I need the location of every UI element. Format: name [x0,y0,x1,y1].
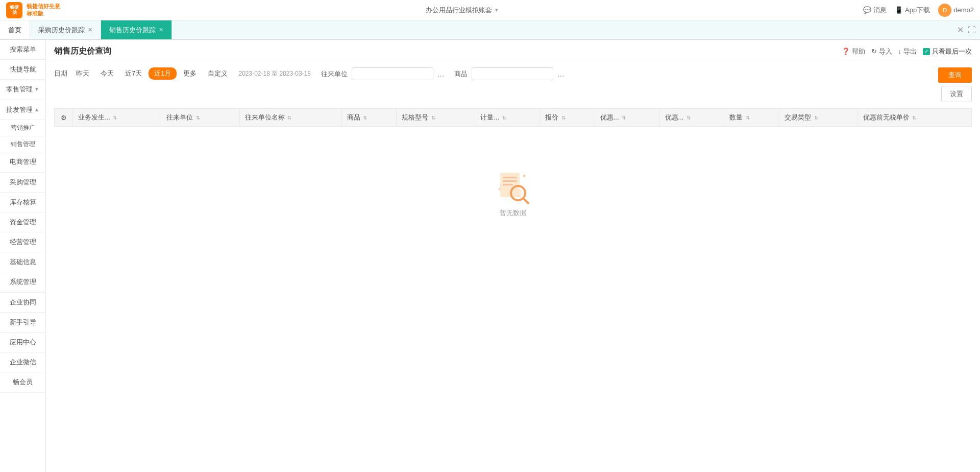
svg-text:✦: ✦ [522,173,526,179]
sidebar-item-system-mgmt[interactable]: 系统管理 [0,272,45,292]
col-trade-type-sort-icon: ⇅ [814,115,818,121]
tab-purchase-history-close[interactable]: ✕ [88,27,92,33]
col-price[interactable]: 报价 ⇅ [540,109,595,127]
tab-home[interactable]: 首页 [0,20,30,39]
filter-bar: 日期 昨天 今天 近7天 近1月 更多 自定义 2023-02-18 至 202… [46,61,980,108]
sidebar-item-enterprise-coop[interactable]: 企业协同 [0,293,45,313]
data-table: ⚙ 业务发生... ⇅ 往来单位 ⇅ 往来单位名称 ⇅ [54,108,972,127]
col-trade-type[interactable]: 交易类型 ⇅ [779,109,858,127]
product-filter-group: 商品 ... [454,67,564,80]
topbar-left: 畅捷信 畅捷信好生意 标准版 [6,2,60,18]
maximize-btn[interactable]: ⛶ [968,26,976,35]
col-quantity[interactable]: 数量 ⇅ [724,109,779,127]
topbar-center: 办公用品行业模拟账套 ▾ [426,6,498,15]
col-partner-name[interactable]: 往来单位名称 ⇅ [239,109,341,127]
col-price-sort-icon: ⇅ [561,115,566,121]
col-pre-tax-price-sort-icon: ⇅ [912,115,916,121]
export-icon: ↓ [898,48,902,55]
sidebar: 搜索菜单 快捷导航 零售管理 ▼ 批发管理 ▲ 营销推广 销售管理 电商管理 采… [0,40,46,472]
export-btn[interactable]: ↓ 导出 [898,47,917,56]
close-all-tabs-btn[interactable]: ✕ [957,25,964,35]
sidebar-item-basic-info[interactable]: 基础信息 [0,252,45,272]
tabbar: 首页 采购历史价跟踪 ✕ 销售历史价跟踪 ✕ ✕ ⛶ [0,20,980,40]
col-biz-date[interactable]: 业务发生... ⇅ [73,109,161,127]
product-dots[interactable]: ... [557,69,564,79]
col-partner-code[interactable]: 往来单位 ⇅ [161,109,240,127]
last-one-checkbox-label[interactable]: ✓ 只看最后一次 [923,47,972,56]
col-pre-tax-price[interactable]: 优惠前无税单价 ⇅ [857,109,971,127]
date-opt-last1month[interactable]: 近1月 [149,67,177,80]
import-btn[interactable]: ↻ 导入 [871,47,892,56]
from-unit-input[interactable] [352,67,433,80]
product-input[interactable] [472,67,553,80]
date-opt-custom[interactable]: 自定义 [203,67,232,80]
table-header-row: ⚙ 业务发生... ⇅ 往来单位 ⇅ 往来单位名称 ⇅ [55,109,972,127]
message-btn[interactable]: 💬 消息 [863,6,887,15]
sidebar-item-app-center[interactable]: 应用中心 [0,333,45,352]
user-btn[interactable]: D demo2 [938,4,974,17]
retail-mgmt-arrow: ▼ [34,86,39,93]
date-opt-today[interactable]: 今天 [96,67,118,80]
sidebar-item-enterprise-wechat[interactable]: 企业微信 [0,352,45,372]
col-discount1[interactable]: 优惠... ⇅ [595,109,659,127]
sidebar-item-search-menu[interactable]: 搜索菜单 [0,40,45,60]
col-biz-date-sort-icon: ⇅ [113,115,117,121]
query-button[interactable]: 查询 [938,67,972,83]
help-btn[interactable]: ❓ 帮助 [842,47,865,56]
empty-state: ✦ ✦ 暂无数据 [46,127,980,258]
svg-rect-3 [503,184,513,185]
app-title: 办公用品行业模拟账套 [426,6,492,15]
tab-sales-history-close[interactable]: ✕ [159,27,163,33]
sidebar-item-marketing[interactable]: 营销推广 [0,120,45,136]
col-spec-sort-icon: ⇅ [431,115,435,121]
col-partner-code-sort-icon: ⇅ [196,115,200,121]
col-discount2[interactable]: 优惠... ⇅ [659,109,724,127]
from-unit-dots[interactable]: ... [437,69,444,79]
sidebar-item-sales-mgmt[interactable]: 销售管理 [0,136,45,153]
date-range-display: 2023-02-18 至 2023-03-18 [238,69,310,78]
product-label: 商品 [454,69,468,79]
sidebar-item-purchase-mgmt[interactable]: 采购管理 [0,173,45,193]
date-options: 昨天 今天 近7天 近1月 更多 自定义 [71,67,232,80]
svg-point-5 [513,188,523,198]
avatar: D [938,4,951,17]
date-opt-yesterday[interactable]: 昨天 [71,67,94,80]
col-unit-sort-icon: ⇅ [502,115,506,121]
col-discount2-sort-icon: ⇅ [687,115,691,121]
col-product[interactable]: 商品 ⇅ [341,109,397,127]
col-settings[interactable]: ⚙ [55,109,73,127]
sidebar-item-finance-mgmt[interactable]: 资金管理 [0,213,45,232]
sidebar-item-ecommerce-mgmt[interactable]: 电商管理 [0,152,45,172]
sidebar-item-retail-mgmt[interactable]: 零售管理 ▼ [0,80,45,100]
svg-text:✦: ✦ [498,187,501,192]
header-actions: ❓ 帮助 ↻ 导入 ↓ 导出 ✓ 只看最后一次 [842,47,972,56]
col-product-sort-icon: ⇅ [363,115,367,121]
sidebar-item-member[interactable]: 畅会员 [0,372,45,392]
col-spec[interactable]: 规格型号 ⇅ [397,109,475,127]
tabbar-actions: ✕ ⛶ [953,20,980,39]
tab-sales-history[interactable]: 销售历史价跟踪 ✕ [101,20,172,39]
sidebar-item-new-guide[interactable]: 新手引导 [0,313,45,333]
sidebar-item-inventory[interactable]: 库存核算 [0,193,45,213]
date-label: 日期 [54,69,67,78]
main-layout: 搜索菜单 快捷导航 零售管理 ▼ 批发管理 ▲ 营销推广 销售管理 电商管理 采… [0,40,980,472]
app-title-dropdown-icon[interactable]: ▾ [495,7,498,13]
sidebar-item-wholesale-mgmt[interactable]: 批发管理 ▲ [0,100,45,120]
table-container: ⚙ 业务发生... ⇅ 往来单位 ⇅ 往来单位名称 ⇅ [46,108,980,127]
from-unit-filter-group: 往来单位 ... [321,67,444,80]
tab-purchase-history[interactable]: 采购历史价跟踪 ✕ [30,20,101,39]
sidebar-item-quick-nav[interactable]: 快捷导航 [0,60,45,80]
last-one-checkbox[interactable]: ✓ [923,48,930,55]
col-discount1-sort-icon: ⇅ [622,115,626,121]
import-icon: ↻ [871,48,877,55]
brand-name: 畅捷信好生意 标准版 [27,3,60,16]
col-unit[interactable]: 计量... ⇅ [475,109,540,127]
settings-button[interactable]: 设置 [941,86,972,102]
date-opt-more[interactable]: 更多 [179,67,201,80]
date-opt-last7days[interactable]: 近7天 [120,67,146,80]
app-download-btn[interactable]: 📱 App下载 [895,6,930,15]
sidebar-item-business-mgmt[interactable]: 经营管理 [0,232,45,252]
message-icon: 💬 [863,6,871,14]
svg-rect-2 [503,180,517,182]
help-icon: ❓ [842,48,850,55]
